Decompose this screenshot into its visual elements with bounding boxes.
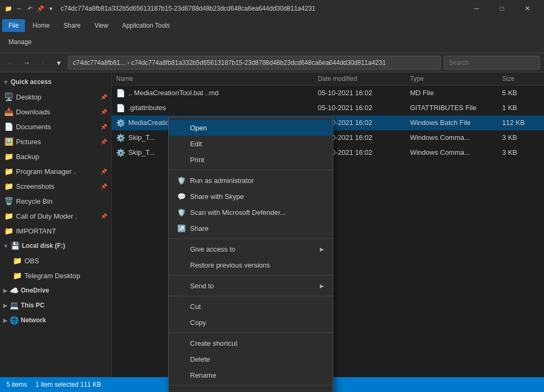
redo-icon[interactable]: ↶ xyxy=(26,4,34,13)
sidebar-item-label: Pictures xyxy=(16,138,97,146)
context-menu-item[interactable]: Rename xyxy=(169,367,333,383)
pictures-icon: 🖼️ xyxy=(4,137,13,146)
sidebar-item-telegram[interactable]: 📁 Telegram Desktop xyxy=(0,268,111,283)
tab-home[interactable]: Home xyxy=(26,19,56,32)
sidebar-item-label: Program Manager . xyxy=(16,168,97,176)
sidebar-item-label: Downloads xyxy=(16,108,97,116)
context-menu: Open Edit Print 🛡️ Run as administrator … xyxy=(168,117,333,392)
forward-button[interactable]: → xyxy=(20,56,33,69)
pin-icon[interactable]: 📌 xyxy=(36,4,45,13)
col-size[interactable]: Size xyxy=(498,72,544,85)
folder-icon: 📁 xyxy=(13,256,21,265)
address-input[interactable] xyxy=(68,56,441,70)
documents-icon: 📄 xyxy=(4,122,13,131)
context-item-icon: 🛡️ xyxy=(177,208,186,216)
back-button[interactable]: ← xyxy=(4,56,17,69)
context-item-icon xyxy=(177,261,186,269)
context-item-icon xyxy=(177,155,186,164)
context-item-icon: ↗️ xyxy=(177,224,186,232)
context-menu-item[interactable]: Open xyxy=(169,120,333,136)
down-arrow-icon[interactable]: ▾ xyxy=(47,4,55,13)
context-menu-item[interactable]: Properties xyxy=(169,388,333,392)
chevron-icon: ▼ xyxy=(3,243,9,249)
context-menu-item[interactable]: 🛡️ Run as administrator xyxy=(169,172,333,188)
sidebar-section-onedrive[interactable]: ▶ ☁️ OneDrive xyxy=(0,283,111,298)
context-item-icon xyxy=(177,245,186,253)
tab-application-tools[interactable]: Application Tools xyxy=(116,19,176,32)
context-menu-item[interactable]: Give access to ▶ xyxy=(169,241,333,257)
col-type[interactable]: Type xyxy=(406,72,498,85)
sidebar-section-this-pc[interactable]: ▶ 💻 This PC xyxy=(0,298,111,313)
file-size: 3 KB xyxy=(498,130,544,145)
sidebar-item-program-manager[interactable]: 📁 Program Manager . 📌 xyxy=(0,164,111,179)
file-icon: ⚙️ xyxy=(116,119,125,127)
folder-icon: 📁 xyxy=(4,167,13,176)
context-menu-item[interactable]: Restore previous versions xyxy=(169,257,333,273)
tab-file[interactable]: File xyxy=(2,19,25,32)
sidebar-item-recycle-bin[interactable]: 🗑️ Recycle Bin xyxy=(0,194,111,208)
sidebar-section-local-disk[interactable]: ▼ 💾 Local disk (F:) xyxy=(0,238,111,253)
context-menu-item[interactable]: Create shortcut xyxy=(169,335,333,351)
sidebar-section-network[interactable]: ▶ 🌐 Network xyxy=(0,313,111,328)
address-bar: ← → ↑ ▾ xyxy=(0,53,544,72)
context-menu-item[interactable]: Copy xyxy=(169,314,333,330)
context-item-icon xyxy=(177,355,186,363)
sidebar-section-quick-access[interactable]: ▼ Quick access xyxy=(0,74,111,89)
sidebar-item-screenshots[interactable]: 📁 Screenshots 📌 xyxy=(0,179,111,194)
network-icon: 🌐 xyxy=(10,316,19,324)
context-menu-item[interactable]: 🛡️ Scan with Microsoft Defender... xyxy=(169,204,333,220)
sidebar-item-desktop[interactable]: 🖥️ Desktop 📌 xyxy=(0,89,111,104)
context-item-label: Share xyxy=(190,224,324,232)
item-count: 5 items xyxy=(6,381,27,388)
context-separator xyxy=(169,296,333,296)
file-date: 05-10-2021 16:02 xyxy=(314,101,406,115)
pin-indicator: 📌 xyxy=(101,109,107,115)
context-item-icon xyxy=(177,123,186,132)
sidebar-item-backup[interactable]: 📁 Backup xyxy=(0,149,111,164)
context-menu-item[interactable]: Edit xyxy=(169,136,333,152)
ribbon-content: Manage xyxy=(0,32,544,53)
window-title: c74dc774a8fb81a332b5d65613187b15-23d8788… xyxy=(59,5,461,12)
maximize-button[interactable]: □ xyxy=(490,0,514,17)
close-button[interactable]: ✕ xyxy=(515,0,540,17)
context-menu-item[interactable]: Cut xyxy=(169,298,333,314)
context-separator xyxy=(169,170,333,170)
context-menu-item[interactable]: Delete xyxy=(169,351,333,367)
tab-view[interactable]: View xyxy=(88,19,114,32)
table-row[interactable]: 📄 .. MediaCreationTool.bat ..md 05-10-20… xyxy=(112,85,544,101)
sidebar-item-important[interactable]: 📁 IMPORTANT xyxy=(0,223,111,238)
context-menu-item[interactable]: 💬 Share with Skype xyxy=(169,188,333,204)
manage-button[interactable]: Manage xyxy=(4,34,36,51)
col-name[interactable]: Name xyxy=(112,72,314,85)
tab-share[interactable]: Share xyxy=(57,19,87,32)
undo-icon[interactable]: ─ xyxy=(15,4,23,13)
sidebar-item-pictures[interactable]: 🖼️ Pictures 📌 xyxy=(0,134,111,149)
this-pc-icon: 💻 xyxy=(10,301,19,310)
file-icon: 📄 xyxy=(116,89,125,97)
recent-button[interactable]: ▾ xyxy=(52,56,65,69)
sidebar-item-obs[interactable]: 📁 OBS xyxy=(0,253,111,268)
sidebar-item-cod[interactable]: 📁 Call of Duty Moder . 📌 xyxy=(0,208,111,223)
sidebar-item-label: Telegram Desktop xyxy=(24,272,107,280)
sidebar-item-label: Desktop xyxy=(16,93,97,101)
minimize-button[interactable]: ─ xyxy=(464,0,489,17)
sidebar-item-label: Documents xyxy=(16,123,97,131)
file-type: Windows Batch File xyxy=(406,115,498,130)
file-date: 05-10-2021 16:02 xyxy=(314,85,406,101)
context-menu-item[interactable]: ↗️ Share xyxy=(169,220,333,236)
pin-indicator: 📌 xyxy=(101,94,107,100)
context-menu-item[interactable]: Print xyxy=(169,152,333,168)
context-item-label: Give access to xyxy=(190,245,316,253)
pin-indicator: 📌 xyxy=(101,139,107,145)
sidebar-item-documents[interactable]: 📄 Documents 📌 xyxy=(0,119,111,134)
ribbon-tabs: File Home Share View Application Tools xyxy=(0,17,544,32)
table-row[interactable]: 📄 .gitattributes 05-10-2021 16:02 GITATT… xyxy=(112,101,544,115)
context-menu-item[interactable]: Send to ▶ xyxy=(169,278,333,294)
col-date[interactable]: Date modified xyxy=(314,72,406,85)
search-input[interactable] xyxy=(444,56,540,70)
file-name: .. MediaCreationTool.bat ..md xyxy=(128,89,219,97)
up-button[interactable]: ↑ xyxy=(36,56,49,69)
context-item-label: Cut xyxy=(190,303,324,311)
context-item-icon xyxy=(177,302,186,311)
sidebar-item-downloads[interactable]: 📥 Downloads 📌 xyxy=(0,104,111,119)
